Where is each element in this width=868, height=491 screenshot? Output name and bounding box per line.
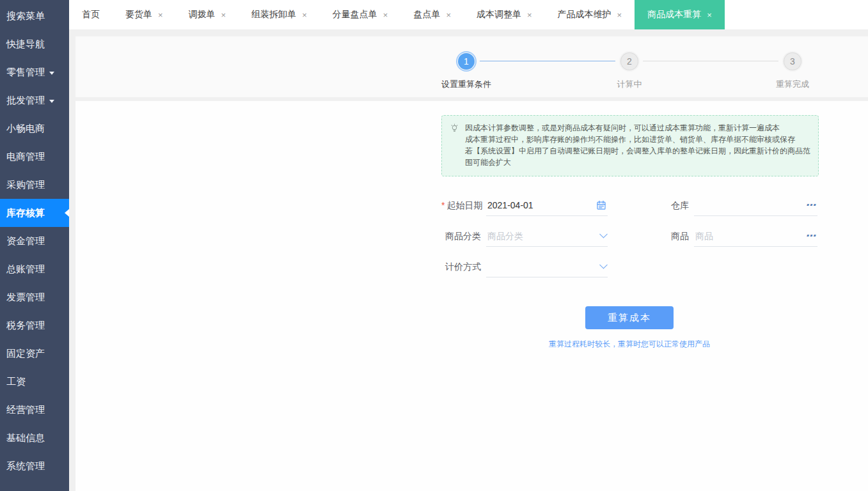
close-icon[interactable]: × (383, 11, 388, 19)
notice-box: 因成本计算参数调整，或是对商品成本有疑问时，可以通过成本重算功能，重新计算一遍成… (441, 115, 819, 176)
field-product: 商品 (645, 226, 817, 247)
sidebar-item-1[interactable]: 快捷导航 (0, 30, 69, 58)
product-category-control (486, 226, 608, 247)
start-date-control (486, 195, 608, 216)
sidebar-item-7[interactable]: 库存核算 (0, 199, 69, 227)
sidebar-item-4[interactable]: 小畅电商 (0, 114, 69, 143)
step-circle: 3 (784, 53, 801, 70)
tab-8[interactable]: 商品成本重算× (635, 0, 725, 29)
tab-5[interactable]: 盘点单× (400, 0, 464, 29)
tab-label: 产品成本维护 (558, 9, 612, 20)
ellipsis-icon[interactable] (805, 233, 816, 239)
lightbulb-icon (450, 122, 465, 168)
close-icon[interactable]: × (302, 11, 307, 19)
tab-7[interactable]: 产品成本维护× (545, 0, 635, 29)
sidebar-item-label: 系统管理 (6, 460, 45, 471)
sidebar: 搜索菜单快捷导航零售管理批发管理小畅电商电商管理采购管理库存核算资金管理总账管理… (0, 0, 69, 491)
recalc-cost-button[interactable]: 重算成本 (585, 306, 674, 329)
sidebar-item-12[interactable]: 固定资产 (0, 339, 69, 368)
sidebar-item-14[interactable]: 经营管理 (0, 396, 69, 424)
tab-label: 首页 (82, 9, 100, 20)
sidebar-item-label: 工资 (6, 376, 26, 387)
step-circle: 2 (621, 53, 638, 70)
form-row: *起始日期 (441, 195, 817, 216)
step-label: 设置重算条件 (422, 79, 511, 90)
tab-label: 调拨单 (189, 9, 216, 20)
main-content: 因成本计算参数调整，或是对商品成本有疑问时，可以通过成本重算功能，重新计算一遍成… (75, 101, 868, 491)
sidebar-item-label: 搜索菜单 (6, 10, 45, 21)
sidebar-item-6[interactable]: 采购管理 (0, 171, 69, 199)
close-icon[interactable]: × (707, 11, 712, 19)
sidebar-item-16[interactable]: 系统管理 (0, 452, 69, 480)
sidebar-item-11[interactable]: 税务管理 (0, 311, 69, 339)
sidebar-item-5[interactable]: 电商管理 (0, 143, 69, 171)
close-icon[interactable]: × (527, 11, 532, 19)
sidebar-item-8[interactable]: 资金管理 (0, 227, 69, 255)
warehouse-label: 仓库 (645, 200, 694, 212)
sidebar-item-label: 小畅电商 (6, 123, 45, 134)
chevron-down-icon[interactable] (601, 264, 606, 270)
sidebar-item-10[interactable]: 发票管理 (0, 283, 69, 311)
sidebar-item-0[interactable]: 搜索菜单 (0, 2, 69, 30)
close-icon[interactable]: × (158, 11, 163, 19)
tab-0[interactable]: 首页 (69, 0, 113, 29)
product-control (694, 226, 817, 247)
step-2: 2计算中 (585, 53, 674, 90)
tab-label: 盘点单 (413, 9, 440, 20)
start-date-label: *起始日期 (441, 200, 486, 212)
sidebar-item-13[interactable]: 工资 (0, 368, 69, 396)
warehouse-input[interactable] (694, 196, 817, 215)
sidebar-item-label: 库存核算 (6, 207, 45, 218)
sidebar-item-3[interactable]: 批发管理 (0, 86, 69, 114)
pricing-method-control (486, 256, 608, 277)
sidebar-item-label: 经营管理 (6, 404, 45, 415)
sidebar-item-2[interactable]: 零售管理 (0, 58, 69, 86)
pricing-method-input[interactable] (486, 257, 608, 276)
sidebar-item-label: 税务管理 (6, 320, 45, 331)
step-3: 3重算完成 (748, 53, 837, 90)
notice-line: 若【系统设置】中启用了自动调整记账日期时，会调整入库单的整单记账日期，因此重新计… (465, 145, 810, 168)
sidebar-item-9[interactable]: 总账管理 (0, 255, 69, 283)
step-label: 重算完成 (748, 79, 837, 90)
calendar-icon[interactable] (596, 200, 606, 210)
app-window: 搜索菜单快捷导航零售管理批发管理小畅电商电商管理采购管理库存核算资金管理总账管理… (0, 0, 868, 491)
stepper: 1设置重算条件2计算中3重算完成 (441, 36, 817, 97)
product-category-label: 商品分类 (441, 231, 486, 242)
close-icon[interactable]: × (446, 11, 451, 19)
tab-1[interactable]: 要货单× (113, 0, 176, 29)
recalc-note: 重算过程耗时较长，重算时您可以正常使用产品 (441, 339, 817, 350)
notice-line: 因成本计算参数调整，或是对商品成本有疑问时，可以通过成本重算功能，重新计算一遍成… (465, 122, 810, 134)
tab-label: 组装拆卸单 (251, 9, 296, 20)
sidebar-item-label: 发票管理 (6, 292, 45, 302)
tab-2[interactable]: 调拨单× (176, 0, 239, 29)
ellipsis-icon[interactable] (805, 202, 816, 208)
field-start-date: *起始日期 (441, 195, 608, 216)
tab-6[interactable]: 成本调整单× (464, 0, 545, 29)
sidebar-item-15[interactable]: 基础信息 (0, 424, 69, 452)
tab-bar: 首页要货单×调拨单×组装拆卸单×分量盘点单×盘点单×成本调整单×产品成本维护×商… (69, 0, 868, 29)
sidebar-item-label: 基础信息 (6, 432, 45, 443)
tab-3[interactable]: 组装拆卸单× (239, 0, 320, 29)
chevron-down-icon[interactable] (601, 233, 606, 239)
sidebar-item-label: 总账管理 (6, 263, 45, 274)
required-asterisk: * (441, 200, 445, 210)
step-label: 计算中 (585, 79, 674, 90)
sidebar-item-label: 固定资产 (6, 348, 45, 359)
close-icon[interactable]: × (617, 11, 622, 19)
product-category-input[interactable] (486, 226, 608, 246)
tab-4[interactable]: 分量盘点单× (320, 0, 401, 29)
sidebar-item-label: 采购管理 (6, 179, 45, 190)
close-icon[interactable]: × (221, 11, 226, 19)
field-warehouse: 仓库 (645, 195, 817, 216)
start-date-input[interactable] (486, 196, 608, 215)
form-row: 商品分类 商品 (441, 226, 817, 247)
product-input[interactable] (694, 226, 817, 246)
form-row: 计价方式 (441, 256, 817, 277)
field-product-category: 商品分类 (441, 226, 608, 247)
tab-label: 分量盘点单 (333, 9, 377, 20)
chevron-down-icon (49, 72, 54, 75)
sidebar-item-label: 快捷导航 (6, 38, 45, 49)
sidebar-item-label: 资金管理 (6, 235, 45, 246)
notice-line: 成本重算过程中，影响库存账的操作均不能操作，比如进货单、销货单、库存单据不能审核… (465, 134, 810, 145)
tab-label: 要货单 (125, 9, 152, 20)
